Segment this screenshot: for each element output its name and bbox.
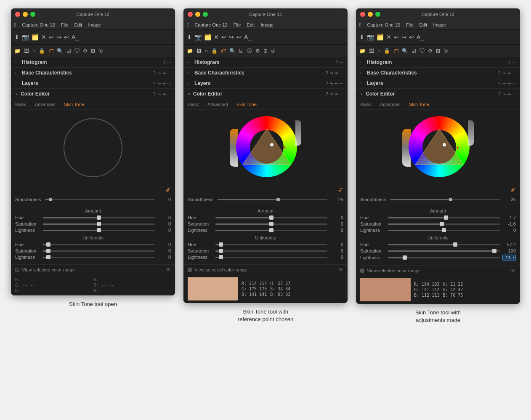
tab-advanced[interactable]: Advanced (207, 102, 228, 107)
file-icon[interactable]: 🗂️ (377, 34, 384, 40)
color-editor-question[interactable]: ? (326, 92, 328, 96)
base-char-pin[interactable]: ↪ (330, 71, 333, 75)
app-menu[interactable]: Capture One 12 (194, 22, 227, 27)
image-menu[interactable]: Image (433, 22, 446, 27)
amount-hue-slider[interactable] (215, 217, 327, 218)
histogram-more[interactable]: ··· (340, 60, 343, 65)
color-editor-more[interactable]: ··· (340, 92, 343, 96)
layers-pin[interactable]: ↪ (330, 81, 333, 86)
close-icon[interactable]: ✕ (41, 34, 46, 40)
image-menu[interactable]: Image (260, 22, 273, 27)
uniformity-lightness-slider[interactable] (43, 257, 155, 258)
tab-basic[interactable]: Basic (15, 102, 27, 107)
amount-lightness-slider[interactable] (388, 230, 500, 231)
badge-icon[interactable]: 🏷 (393, 48, 398, 54)
forward-icon[interactable]: ↩ (409, 34, 414, 40)
gear-icon[interactable]: ⚙ (428, 48, 433, 54)
base-char-question[interactable]: ? (498, 71, 501, 75)
view-eye-icon[interactable]: 👁 (511, 268, 516, 274)
color-wheel-area-1[interactable] (11, 110, 175, 186)
redo-icon[interactable]: ↪ (56, 34, 61, 40)
color-wheel-area-3[interactable]: + (356, 110, 520, 186)
maximize-button[interactable] (375, 12, 380, 17)
file-icon[interactable]: 🗂️ (32, 34, 39, 40)
maximize-button[interactable] (203, 12, 208, 17)
histogram-arrow[interactable]: › (360, 60, 364, 64)
base-char-arrow[interactable]: › (15, 71, 19, 75)
info-icon[interactable]: ⓘ (247, 47, 252, 54)
smoothness-slider[interactable] (45, 199, 155, 200)
amount-hue-slider[interactable] (388, 217, 500, 218)
import-icon[interactable]: ⬇ (359, 34, 364, 40)
color-editor-question[interactable]: ? (498, 92, 501, 96)
photo-icon[interactable]: 🖼 (369, 48, 374, 54)
group-icon[interactable]: ⊞ (263, 48, 268, 54)
color-editor-pin[interactable]: ↪ (502, 92, 506, 96)
tab-advanced[interactable]: Advanced (380, 102, 401, 107)
close-icon[interactable]: ✕ (386, 34, 391, 40)
app-menu[interactable]: Capture One 12 (22, 22, 55, 27)
folder-icon[interactable]: 📁 (359, 48, 366, 54)
file-menu[interactable]: File (234, 22, 241, 27)
base-char-arrow[interactable]: › (188, 71, 192, 75)
group-icon[interactable]: ⊞ (436, 48, 440, 54)
smoothness-slider[interactable] (390, 199, 500, 200)
minimize-button[interactable] (23, 12, 28, 17)
file-menu[interactable]: File (406, 22, 414, 27)
tab-skin-tone[interactable]: Skin Tone (236, 102, 257, 107)
check-icon[interactable]: ☑ (412, 48, 416, 54)
layers-arrow[interactable]: › (15, 81, 19, 85)
amount-saturation-slider[interactable] (43, 223, 155, 225)
close-icon[interactable]: ✕ (214, 34, 219, 40)
apple-menu[interactable]:  (187, 22, 189, 28)
base-char-redo[interactable]: ⇒ (162, 71, 166, 75)
tab-skin-tone[interactable]: Skin Tone (409, 102, 429, 107)
close-button[interactable] (360, 12, 365, 17)
help-icon[interactable]: ① (271, 48, 276, 54)
forward-icon[interactable]: ↩ (236, 34, 242, 40)
pin-icon[interactable]: 🖇 (510, 186, 516, 193)
layers-question[interactable]: ? (498, 81, 501, 86)
edit-menu[interactable]: Edit (74, 22, 82, 27)
color-editor-more[interactable]: ··· (512, 92, 516, 96)
uniformity-hue-slider[interactable] (215, 244, 327, 245)
histogram-question[interactable]: ? (508, 60, 511, 65)
circle-icon[interactable]: ○ (32, 48, 35, 54)
badge-icon[interactable]: 🏷 (221, 48, 226, 54)
histogram-question[interactable]: ? (336, 60, 338, 65)
uniformity-hue-slider[interactable] (388, 244, 500, 245)
apple-menu[interactable]:  (359, 22, 361, 28)
uniformity-saturation-slider[interactable] (215, 250, 327, 252)
view-checkbox[interactable] (188, 268, 192, 272)
tab-advanced[interactable]: Advanced (35, 102, 56, 107)
color-editor-pin[interactable]: ↪ (330, 92, 333, 96)
lock-icon[interactable]: 🔒 (384, 48, 390, 54)
close-button[interactable] (188, 12, 193, 17)
view-eye-icon[interactable]: 👁 (166, 267, 171, 273)
color-editor-arrow[interactable]: ∨ (15, 92, 18, 96)
base-char-question[interactable]: ? (326, 71, 328, 75)
view-checkbox[interactable] (360, 268, 364, 273)
lock-icon[interactable]: 🔒 (211, 48, 218, 54)
import-icon[interactable]: ⬇ (187, 34, 192, 40)
maximize-button[interactable] (30, 12, 35, 17)
color-editor-redo[interactable]: ⇒ (507, 92, 511, 96)
gear-icon[interactable]: ⚙ (255, 48, 260, 54)
histogram-arrow[interactable]: › (188, 60, 192, 64)
capture-icon[interactable]: 📷 (22, 34, 29, 40)
color-editor-question[interactable]: ? (153, 92, 156, 96)
import-icon[interactable]: ⬇ (14, 34, 19, 40)
photo-icon[interactable]: 🖼 (196, 48, 202, 54)
view-eye-icon[interactable]: 👁 (338, 267, 343, 273)
base-char-more[interactable]: ··· (512, 71, 516, 75)
color-wheel-area-2[interactable]: + (183, 110, 348, 186)
gear-icon[interactable]: ⚙ (83, 48, 88, 54)
uniformity-saturation-slider[interactable] (43, 250, 155, 252)
search-icon[interactable]: 🔍 (57, 48, 63, 54)
smoothness-slider[interactable] (218, 199, 327, 200)
tab-skin-tone[interactable]: Skin Tone (64, 102, 84, 107)
file-icon[interactable]: 🗂️ (204, 34, 211, 40)
base-char-pin[interactable]: ↪ (502, 71, 506, 75)
tab-basic[interactable]: Basic (188, 102, 199, 107)
tab-basic[interactable]: Basic (360, 102, 372, 107)
